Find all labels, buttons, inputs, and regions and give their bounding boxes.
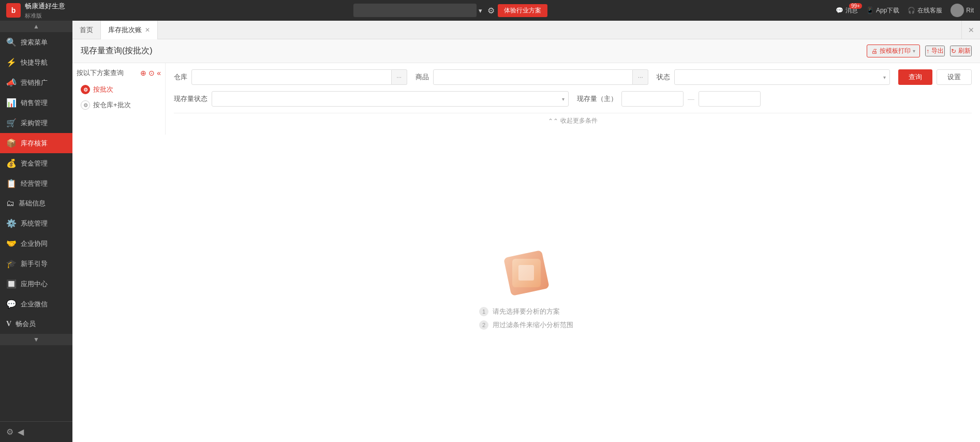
sidebar-label-finance: 资金管理 — [21, 159, 48, 168]
search-dropdown-button[interactable]: ▾ — [477, 6, 484, 16]
warehouse-input[interactable] — [191, 69, 392, 85]
goods-input-wrap: ··· — [433, 69, 649, 85]
tab-close-button[interactable]: ✕ — [145, 27, 150, 33]
stock-status-select[interactable] — [212, 91, 569, 107]
scheme-batch-label: 按批次 — [93, 85, 113, 94]
search-input[interactable] — [353, 4, 477, 17]
sidebar-label-inventory: 库存核算 — [21, 139, 48, 148]
stock-qty-max-input[interactable] — [699, 91, 761, 107]
printer-icon: 🖨 — [871, 48, 878, 55]
collapse-label: 收起更多条件 — [560, 116, 598, 125]
sidebar-item-quick-nav[interactable]: ⚡ 快捷导航 — [0, 52, 72, 72]
tip-num-2: 2 — [479, 320, 488, 330]
quick-nav-icon: ⚡ — [6, 57, 17, 67]
tab-inventory-batch[interactable]: 库存批次账 ✕ — [101, 21, 158, 39]
sidebar-item-search[interactable]: 🔍 搜索菜单 — [0, 32, 72, 52]
system-icon: ⚙️ — [6, 218, 17, 228]
sidebar-label-marketing: 营销推广 — [21, 78, 48, 87]
tab-home[interactable]: 首页 — [72, 21, 101, 39]
sidebar-item-inventory[interactable]: 📦 库存核算 — [0, 133, 72, 153]
sidebar-item-system[interactable]: ⚙️ 系统管理 — [0, 213, 72, 233]
tip-text-2: 用过滤条件来缩小分析范围 — [493, 320, 573, 330]
scheme-warehouse-batch-icon: ⚙ — [81, 100, 90, 110]
app-version: 标准版 — [25, 12, 65, 20]
warehouse-label: 仓库 — [174, 72, 187, 82]
sidebar-scroll-down[interactable]: ▼ — [0, 334, 72, 345]
empty-tip-2: 2 用过滤条件来缩小分析范围 — [479, 320, 573, 330]
sidebar-item-wechat[interactable]: 💬 企业微信 — [0, 294, 72, 314]
sidebar-bottom: ⚙ ◀ — [0, 421, 72, 442]
print-button[interactable]: 🖨 按模板打印 ▾ — [867, 45, 920, 57]
settings-button[interactable]: 设置 — [937, 69, 972, 85]
sidebar-item-finance[interactable]: 💰 资金管理 — [0, 153, 72, 173]
scheme-panel-header: 按以下方案查询 ⊕ ⊙ « — [77, 68, 161, 78]
goods-field: 商品 ··· — [415, 69, 649, 85]
warehouse-more-button[interactable]: ··· — [392, 69, 407, 85]
page-header: 现存量查询(按批次) 🖨 按模板打印 ▾ ↑ 导出 ↻ 刷新 — [72, 39, 980, 63]
sidebar-settings-button[interactable]: ⚙ — [6, 427, 13, 437]
sidebar-label-basic: 基础信息 — [19, 199, 46, 208]
sidebar-label-wechat: 企业微信 — [21, 300, 48, 309]
sales-icon: 📊 — [6, 98, 17, 108]
sidebar-item-sales[interactable]: 📊 销售管理 — [0, 93, 72, 113]
collapse-conditions-button[interactable]: ⌃⌃ 收起更多条件 — [174, 113, 972, 128]
sidebar-item-new-guide[interactable]: 🎓 新手引导 — [0, 254, 72, 274]
page-header-actions: 🖨 按模板打印 ▾ ↑ 导出 ↻ 刷新 — [867, 45, 972, 57]
refresh-button[interactable]: ↻ 刷新 — [950, 46, 972, 56]
app-download-label: App下载 — [876, 6, 899, 15]
sidebar-item-enterprise[interactable]: 🤝 企业协同 — [0, 233, 72, 254]
online-service-button[interactable]: 🎧 在线客服 — [908, 6, 942, 15]
operations-icon: 📋 — [6, 179, 17, 188]
sidebar-label-member: 畅会员 — [16, 319, 36, 329]
stock-qty-min-input[interactable] — [621, 91, 684, 107]
sidebar-item-app-center[interactable]: 🔲 应用中心 — [0, 274, 72, 294]
tip-text-1: 请先选择要分析的方案 — [493, 307, 560, 316]
sidebar-label-quick-nav: 快捷导航 — [21, 58, 48, 67]
top-bar: b 畅康通好生意 标准版 ▾ ⚙ 体验行业方案 💬 消息 99+ 📱 App下载… — [0, 0, 980, 21]
goods-input[interactable] — [433, 69, 633, 85]
tab-inventory-batch-label: 库存批次账 — [108, 25, 142, 35]
app-info: 畅康通好生意 标准版 — [25, 2, 65, 20]
marketing-icon: 📣 — [6, 78, 17, 87]
topbar-settings-button[interactable]: ⚙ — [487, 6, 495, 16]
sidebar-collapse-button[interactable]: ◀ — [18, 427, 24, 437]
export-button[interactable]: ↑ 导出 — [925, 46, 945, 56]
sidebar-item-basic[interactable]: 🗂 基础信息 — [0, 194, 72, 213]
scheme-add-button[interactable]: ⊕ — [140, 69, 146, 77]
tab-close-all-button[interactable]: ✕ — [961, 21, 980, 39]
main-layout: ▲ 🔍 搜索菜单 ⚡ 快捷导航 📣 营销推广 📊 销售管理 🛒 采购管理 📦 库… — [0, 21, 980, 442]
tab-bar: 首页 库存批次账 ✕ ✕ — [72, 21, 980, 39]
industry-solution-button[interactable]: 体验行业方案 — [498, 4, 547, 17]
sidebar-scroll-up[interactable]: ▲ — [0, 21, 72, 32]
app-logo: b — [6, 3, 21, 18]
message-button[interactable]: 💬 消息 99+ — [836, 6, 858, 15]
scheme-item-batch[interactable]: ⚙ 按批次 — [77, 82, 161, 97]
sidebar-label-purchase: 采购管理 — [21, 119, 48, 128]
page-content: 现存量查询(按批次) 🖨 按模板打印 ▾ ↑ 导出 ↻ 刷新 — [72, 39, 980, 442]
user-avatar-button[interactable]: Rit — [951, 4, 974, 17]
scheme-batch-icon: ⚙ — [81, 85, 90, 94]
query-button[interactable]: 查询 — [898, 69, 932, 85]
goods-more-button[interactable]: ··· — [633, 69, 648, 85]
filter-area: 按以下方案查询 ⊕ ⊙ « ⚙ 按批次 ⚙ 按仓库+批次 — [72, 63, 980, 135]
sidebar-item-member[interactable]: V 畅会员 — [0, 314, 72, 334]
tab-right: ✕ — [961, 21, 980, 39]
scheme-collapse-button[interactable]: « — [157, 69, 161, 77]
sidebar-item-purchase[interactable]: 🛒 采购管理 — [0, 113, 72, 133]
scheme-settings-button[interactable]: ⊙ — [149, 69, 155, 77]
sidebar-label-new-guide: 新手引导 — [21, 259, 48, 269]
filter-row-1: 仓库 ··· 商品 ··· — [174, 69, 972, 85]
stock-qty-separator: — — [688, 95, 694, 103]
page-title: 现存量查询(按批次) — [81, 46, 153, 56]
scheme-item-warehouse-batch[interactable]: ⚙ 按仓库+批次 — [77, 97, 161, 113]
sidebar-label-operations: 经营管理 — [21, 179, 48, 188]
stock-qty-label: 现存量（主） — [577, 94, 617, 104]
sidebar-item-operations[interactable]: 📋 经营管理 — [0, 173, 72, 194]
app-download-button[interactable]: 📱 App下载 — [866, 6, 899, 15]
status-label: 状态 — [657, 72, 670, 82]
status-select[interactable] — [674, 69, 890, 85]
sidebar-item-marketing[interactable]: 📣 营销推广 — [0, 72, 72, 93]
sidebar-label-app-center: 应用中心 — [21, 279, 48, 289]
message-icon: 💬 — [836, 7, 843, 14]
empty-state: 1 请先选择要分析的方案 2 用过滤条件来缩小分析范围 — [72, 135, 980, 442]
